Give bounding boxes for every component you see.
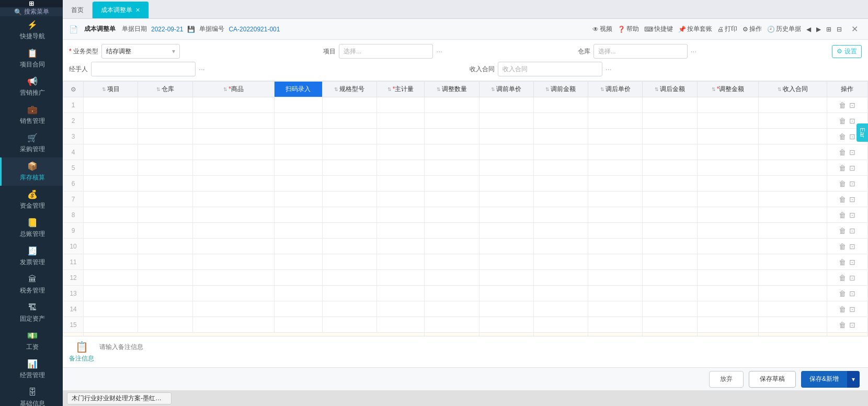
row-adj-qty-4[interactable] — [425, 144, 479, 160]
row-unit-4[interactable] — [376, 144, 424, 160]
save-new-arrow-btn[interactable]: ▾ — [847, 371, 860, 388]
row-income-contract-3[interactable] — [759, 129, 827, 144]
row-prev-unit-price-2[interactable] — [479, 113, 533, 129]
row-income-contract-14[interactable] — [759, 301, 827, 317]
row-scan-12[interactable] — [275, 270, 322, 286]
row-spec-11[interactable] — [322, 254, 376, 270]
row-unit-13[interactable] — [376, 286, 424, 301]
th-prev-amount[interactable]: ⇅调前金额 — [533, 82, 588, 97]
row-project-14[interactable] — [84, 301, 138, 317]
row-adj-unit-price-7[interactable] — [588, 191, 643, 207]
row-product-15[interactable] — [192, 317, 275, 333]
th-scan[interactable]: 扫码录入 — [275, 82, 322, 97]
copy-icon-4[interactable]: ⊡ — [849, 148, 855, 156]
th-warehouse[interactable]: ⇅仓库 — [138, 82, 192, 97]
save-draft-btn[interactable]: 保存草稿 — [749, 371, 796, 388]
delete-icon-8[interactable]: 🗑 — [839, 211, 846, 219]
row-project-12[interactable] — [84, 270, 138, 286]
form-close-btn[interactable]: ✕ — [847, 22, 862, 37]
row-adj-amount-1[interactable] — [643, 97, 697, 113]
row-warehouse-11[interactable] — [138, 254, 192, 270]
row-adj-unit-price-9[interactable] — [588, 223, 643, 239]
row-adj-total-3[interactable] — [697, 129, 758, 144]
copy-icon-8[interactable]: ⊡ — [849, 211, 855, 219]
row-adj-qty-11[interactable] — [425, 254, 479, 270]
row-project-2[interactable] — [84, 113, 138, 129]
sidebar-item-basic-info[interactable]: 🗄 基础信息 — [0, 384, 63, 406]
row-warehouse-13[interactable] — [138, 286, 192, 301]
sidebar-item-tax-mgmt[interactable]: 🏛 税务管理 — [0, 270, 63, 299]
nav-next-icon[interactable]: ▶ — [816, 26, 821, 33]
form-settings-btn[interactable]: ⚙ 设置 — [832, 45, 862, 58]
row-adj-qty-12[interactable] — [425, 270, 479, 286]
row-adj-amount-7[interactable] — [643, 191, 697, 207]
row-income-contract-10[interactable] — [759, 239, 827, 254]
row-adj-amount-5[interactable] — [643, 160, 697, 176]
row-prev-amount-9[interactable] — [533, 223, 588, 239]
biz-type-select[interactable]: 结存调整 — [101, 44, 180, 59]
th-product[interactable]: ⇅*商品 — [192, 82, 275, 97]
sidebar-item-ledger[interactable]: 📒 总账管理 — [0, 214, 63, 242]
th-adj-unit-price[interactable]: ⇅调后单价 — [588, 82, 643, 97]
row-prev-amount-2[interactable] — [533, 113, 588, 129]
row-project-10[interactable] — [84, 239, 138, 254]
row-spec-12[interactable] — [322, 270, 376, 286]
row-spec-15[interactable] — [322, 317, 376, 333]
delete-icon-11[interactable]: 🗑 — [839, 258, 846, 266]
row-project-8[interactable] — [84, 207, 138, 223]
row-prev-amount-1[interactable] — [533, 97, 588, 113]
row-unit-9[interactable] — [376, 223, 424, 239]
row-adj-total-6[interactable] — [697, 176, 758, 191]
row-product-5[interactable] — [192, 160, 275, 176]
th-prev-unit-price[interactable]: ⇅调前单价 — [479, 82, 533, 97]
copy-icon-15[interactable]: ⊡ — [849, 321, 855, 329]
row-adj-qty-13[interactable] — [425, 286, 479, 301]
row-adj-total-13[interactable] — [697, 286, 758, 301]
sidebar-item-ops-mgmt[interactable]: 📊 经营管理 — [0, 355, 63, 384]
row-adj-qty-8[interactable] — [425, 207, 479, 223]
row-adj-unit-price-3[interactable] — [588, 129, 643, 144]
row-adj-unit-price-13[interactable] — [588, 286, 643, 301]
row-prev-unit-price-13[interactable] — [479, 286, 533, 301]
sidebar-item-sales-mgmt[interactable]: 💼 销售管理 — [0, 101, 63, 129]
row-adj-unit-price-4[interactable] — [588, 144, 643, 160]
row-warehouse-2[interactable] — [138, 113, 192, 129]
delete-icon-3[interactable]: 🗑 — [839, 132, 846, 141]
row-income-contract-6[interactable] — [759, 176, 827, 191]
row-adj-total-14[interactable] — [697, 301, 758, 317]
copy-icon-2[interactable]: ⊡ — [849, 117, 855, 125]
row-adj-total-5[interactable] — [697, 160, 758, 176]
row-adj-amount-14[interactable] — [643, 301, 697, 317]
row-prev-amount-8[interactable] — [533, 207, 588, 223]
handler-input[interactable] — [91, 62, 196, 76]
row-prev-unit-price-14[interactable] — [479, 301, 533, 317]
sidebar-item-fixed-assets[interactable]: 🏗 固定资产 — [0, 299, 63, 327]
row-adj-amount-10[interactable] — [643, 239, 697, 254]
row-spec-13[interactable] — [322, 286, 376, 301]
delete-icon-5[interactable]: 🗑 — [839, 164, 846, 172]
row-product-14[interactable] — [192, 301, 275, 317]
row-adj-qty-14[interactable] — [425, 301, 479, 317]
row-product-7[interactable] — [192, 191, 275, 207]
tab-cost-adjust[interactable]: 成本调整单 ✕ — [93, 2, 149, 18]
th-adj-amount[interactable]: ⇅调后金额 — [643, 82, 697, 97]
right-panel-btn[interactable]: Ear — [856, 123, 868, 142]
row-spec-1[interactable] — [322, 97, 376, 113]
row-adj-unit-price-12[interactable] — [588, 270, 643, 286]
row-unit-10[interactable] — [376, 239, 424, 254]
row-prev-amount-3[interactable] — [533, 129, 588, 144]
income-contract-input[interactable]: 收入合同 — [498, 62, 602, 76]
row-scan-13[interactable] — [275, 286, 322, 301]
row-scan-1[interactable] — [275, 97, 322, 113]
row-adj-unit-price-2[interactable] — [588, 113, 643, 129]
sidebar-search-btn[interactable]: 🔍 搜索菜单 — [0, 7, 63, 16]
row-product-1[interactable] — [192, 97, 275, 113]
row-warehouse-1[interactable] — [138, 97, 192, 113]
row-project-13[interactable] — [84, 286, 138, 301]
row-scan-2[interactable] — [275, 113, 322, 129]
row-adj-amount-3[interactable] — [643, 129, 697, 144]
row-adj-qty-5[interactable] — [425, 160, 479, 176]
row-adj-amount-2[interactable] — [643, 113, 697, 129]
row-adj-total-15[interactable] — [697, 317, 758, 333]
row-adj-total-7[interactable] — [697, 191, 758, 207]
